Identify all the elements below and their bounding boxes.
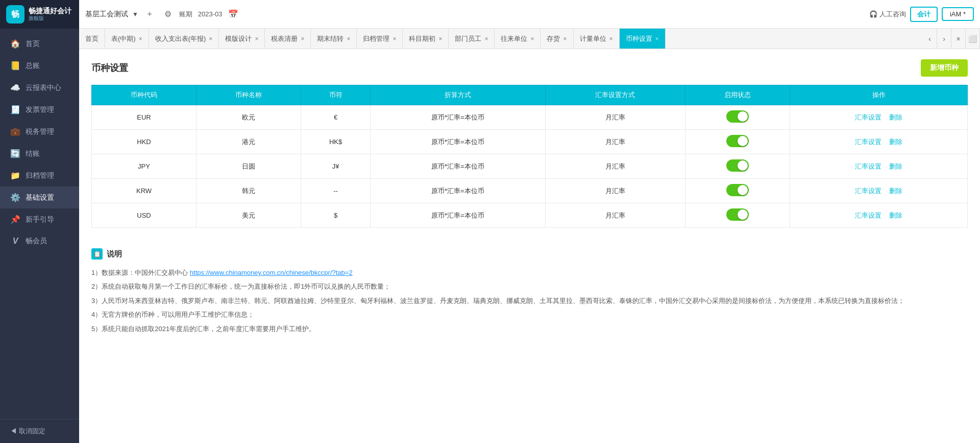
company-name: 基层工会测试 <box>85 10 128 19</box>
sidebar-item-guide[interactable]: 📌 新手引导 <box>0 208 79 230</box>
sidebar-item-ledger[interactable]: 📒 总账 <box>0 55 79 77</box>
sidebar-item-member[interactable]: V 畅会员 <box>0 230 79 252</box>
tab-close-icon[interactable]: × <box>301 35 304 42</box>
rate-setting-link[interactable]: 汇率设置 <box>855 138 881 146</box>
cell-symbol: -- <box>301 179 371 203</box>
sidebar-item-invoice[interactable]: 🧾 发票管理 <box>0 99 79 121</box>
tab-subject[interactable]: 科目期初 × <box>403 29 449 49</box>
cell-calc: 原币*汇率=本位币 <box>370 203 545 228</box>
tab-archive[interactable]: 归档管理 × <box>357 29 403 49</box>
cell-status[interactable] <box>685 154 790 179</box>
sidebar-item-home[interactable]: 🏠 首页 <box>0 33 79 55</box>
cell-status[interactable] <box>685 130 790 154</box>
cell-rate-type: 月汇率 <box>545 179 685 203</box>
main-content: 币种设置 新增币种 币种代码 币种名称 币符 折算方式 汇率设置方式 启用状态 … <box>79 49 980 443</box>
tab-close-icon[interactable]: × <box>609 35 613 42</box>
rate-setting-link[interactable]: 汇率设置 <box>855 212 881 219</box>
tab-close-icon[interactable]: × <box>438 35 442 42</box>
settings-button[interactable]: ⚙ <box>161 7 175 21</box>
tab-currency[interactable]: 币种设置 × <box>620 29 666 49</box>
table-row: JPY 日圆 J¥ 原币*汇率=本位币 月汇率 汇率设置 删除 <box>92 154 968 179</box>
notes-item: 4）无官方牌价的币种，可以用用户手工维护汇率信息； <box>91 308 968 321</box>
tab-close-all-button[interactable]: × <box>951 29 966 49</box>
tab-annual[interactable]: 收入支出表(年报) × <box>149 29 219 49</box>
tab-partner[interactable]: 往来单位 × <box>495 29 541 49</box>
tab-interim[interactable]: 表(中期) × <box>105 29 149 49</box>
invoice-icon: 🧾 <box>10 105 20 114</box>
tab-label: 期末结转 <box>317 34 344 43</box>
status-toggle[interactable] <box>726 208 749 221</box>
cloud-icon: ☁️ <box>10 83 20 92</box>
sidebar-item-label: 归档管理 <box>26 171 54 180</box>
tab-unit[interactable]: 计量单位 × <box>574 29 620 49</box>
logo-icon: 畅 <box>6 5 24 24</box>
cell-symbol: $ <box>301 203 371 228</box>
rate-setting-link[interactable]: 汇率设置 <box>855 187 881 195</box>
company-dropdown-icon[interactable]: ▼ <box>132 11 138 18</box>
tab-expand-button[interactable]: ⬜ <box>966 29 980 49</box>
col-status: 启用状态 <box>685 85 790 105</box>
tab-close-icon[interactable]: × <box>655 35 659 42</box>
tab-template[interactable]: 模版设计 × <box>219 29 265 49</box>
cell-rate-type: 月汇率 <box>545 105 685 130</box>
status-toggle[interactable] <box>726 110 749 123</box>
sidebar-item-checkout[interactable]: 🔄 结账 <box>0 143 79 165</box>
tab-tax-clear[interactable]: 税表清册 × <box>265 29 311 49</box>
currency-table: 币种代码 币种名称 币符 折算方式 汇率设置方式 启用状态 操作 EUR 欧元 … <box>91 85 968 228</box>
tab-next-button[interactable]: › <box>937 29 951 49</box>
cell-calc: 原币*汇率=本位币 <box>370 105 545 130</box>
sidebar-item-tax[interactable]: 💼 税务管理 <box>0 121 79 143</box>
tab-label: 归档管理 <box>363 34 389 43</box>
tab-label: 存货 <box>547 34 560 43</box>
cell-name: 美元 <box>197 203 301 228</box>
tab-close-icon[interactable]: × <box>530 35 534 42</box>
tab-inventory[interactable]: 存货 × <box>541 29 573 49</box>
notes-link[interactable]: https://www.chinamoney.com.cn/chinese/bk… <box>190 269 353 276</box>
rate-setting-link[interactable]: 汇率设置 <box>855 113 881 121</box>
cell-name: 韩元 <box>197 179 301 203</box>
rate-setting-link[interactable]: 汇率设置 <box>855 162 881 170</box>
tab-label: 科目期初 <box>409 34 435 43</box>
tab-home[interactable]: 首页 <box>79 29 105 49</box>
pin-toggle[interactable]: ◀ 取消固定 <box>0 419 79 443</box>
delete-link[interactable]: 删除 <box>889 187 902 195</box>
notes-section: 📋 说明 1）数据来源：中国外汇交易中心 https://www.chinamo… <box>91 248 968 336</box>
delete-link[interactable]: 删除 <box>889 162 902 170</box>
tab-period-end[interactable]: 期末结转 × <box>311 29 357 49</box>
cell-status[interactable] <box>685 105 790 130</box>
tab-close-icon[interactable]: × <box>255 35 258 42</box>
iam-button[interactable]: iAM * <box>942 7 974 21</box>
cell-status[interactable] <box>685 203 790 228</box>
logo-sub: 旗舰版 <box>29 15 71 22</box>
tab-dept[interactable]: 部门员工 × <box>449 29 495 49</box>
delete-link[interactable]: 删除 <box>889 212 902 219</box>
tab-close-icon[interactable]: × <box>484 35 488 42</box>
status-toggle[interactable] <box>726 159 749 172</box>
account-button[interactable]: 会计 <box>910 7 938 22</box>
cell-status[interactable] <box>685 179 790 203</box>
calendar-icon[interactable]: 📅 <box>226 7 240 21</box>
tab-close-icon[interactable]: × <box>139 35 142 42</box>
member-icon: V <box>10 237 20 246</box>
sidebar-item-archive[interactable]: 📁 归档管理 <box>0 165 79 186</box>
delete-link[interactable]: 删除 <box>889 138 902 146</box>
delete-link[interactable]: 删除 <box>889 113 902 121</box>
tab-label: 币种设置 <box>626 34 652 43</box>
tab-close-icon[interactable]: × <box>347 35 350 42</box>
tab-close-icon[interactable]: × <box>393 35 396 42</box>
cell-action: 汇率设置 删除 <box>790 203 968 228</box>
tab-label: 部门员工 <box>455 34 481 43</box>
new-currency-button[interactable]: 新增币种 <box>921 59 968 77</box>
tab-prev-button[interactable]: ‹ <box>923 29 937 49</box>
sidebar-item-settings[interactable]: ⚙️ 基础设置 <box>0 186 79 208</box>
service-button[interactable]: 🎧 人工咨询 <box>869 10 906 19</box>
tab-close-icon[interactable]: × <box>209 35 212 42</box>
status-toggle[interactable] <box>726 135 749 147</box>
status-toggle[interactable] <box>726 184 749 196</box>
tab-close-icon[interactable]: × <box>563 35 567 42</box>
cell-calc: 原币*汇率=本位币 <box>370 154 545 179</box>
toggle-knob <box>738 136 748 146</box>
add-company-button[interactable]: ＋ <box>142 7 157 21</box>
col-calc: 折算方式 <box>370 85 545 105</box>
sidebar-item-reports[interactable]: ☁️ 云报表中心 <box>0 77 79 99</box>
